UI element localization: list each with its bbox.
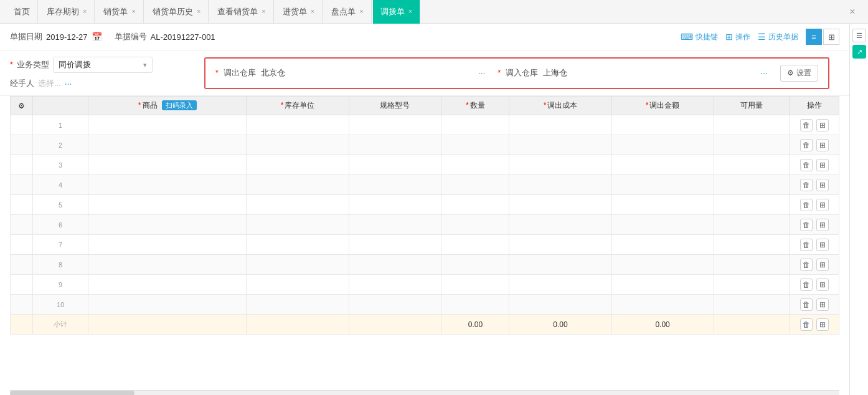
cost-cell[interactable] [509, 155, 611, 175]
cost-cell[interactable] [509, 235, 611, 255]
col-settings[interactable]: ⚙ [11, 97, 33, 115]
available-cell[interactable] [714, 215, 789, 235]
spec-cell[interactable] [349, 295, 441, 315]
tab-inventory-close[interactable]: × [359, 8, 363, 15]
qty-cell[interactable] [441, 155, 509, 175]
tab-view-sales-close[interactable]: × [262, 8, 265, 15]
qty-cell[interactable] [441, 115, 509, 135]
amount-cell[interactable] [611, 275, 714, 295]
cost-cell[interactable] [509, 175, 611, 195]
spec-cell[interactable] [349, 315, 441, 335]
tab-sales-order-close[interactable]: × [131, 8, 135, 15]
product-cell[interactable] [88, 215, 247, 235]
amount-cell[interactable] [611, 135, 714, 155]
copy-icon[interactable]: ⊞ [816, 298, 829, 311]
list-view-btn[interactable]: ≡ [806, 29, 822, 45]
amount-cell[interactable] [611, 235, 714, 255]
window-close-button[interactable]: × [843, 2, 862, 21]
copy-icon[interactable]: ⊞ [816, 239, 829, 251]
horizontal-scrollbar[interactable] [10, 390, 839, 395]
delete-icon[interactable]: 🗑 [800, 278, 813, 291]
scan-button[interactable]: 扫码录入 [162, 100, 197, 110]
qty-cell[interactable] [441, 195, 509, 215]
spec-cell[interactable] [349, 115, 441, 135]
cost-cell[interactable] [509, 195, 611, 215]
product-cell[interactable] [88, 135, 247, 155]
unit-cell[interactable] [247, 155, 349, 175]
product-cell[interactable] [88, 275, 247, 295]
tab-sales-history[interactable]: 销货单历史 × [145, 0, 209, 24]
settings-button[interactable]: ⚙ 设置 [780, 65, 818, 82]
copy-icon[interactable]: ⊞ [816, 159, 829, 171]
grid-view-btn[interactable]: ⊞ [823, 29, 839, 45]
available-cell[interactable] [714, 175, 789, 195]
product-cell[interactable] [88, 235, 247, 255]
side-expand-icon[interactable]: ↗ [852, 45, 866, 59]
spec-cell[interactable] [349, 195, 441, 215]
product-cell[interactable] [88, 115, 247, 135]
cost-cell[interactable]: 0.00 [509, 315, 611, 335]
person-more-icon[interactable]: ··· [65, 79, 72, 88]
available-cell[interactable] [714, 195, 789, 215]
business-type-input[interactable]: 同价调拨 ▾ [53, 57, 153, 73]
tab-inventory-init-close[interactable]: × [83, 8, 87, 15]
scrollbar-thumb[interactable] [10, 391, 134, 395]
tab-sales-history-close[interactable]: × [197, 8, 200, 15]
qty-cell[interactable]: 0.00 [441, 315, 509, 335]
tab-sales-order[interactable]: 销货单 × [96, 0, 143, 24]
cost-cell[interactable] [509, 215, 611, 235]
delete-icon[interactable]: 🗑 [800, 159, 813, 171]
amount-cell[interactable] [611, 155, 714, 175]
warehouse-out-more-icon[interactable]: ··· [478, 68, 486, 78]
amount-cell[interactable] [611, 215, 714, 235]
unit-cell[interactable] [247, 115, 349, 135]
product-cell[interactable] [88, 175, 247, 195]
calendar-icon[interactable]: 📅 [92, 32, 102, 42]
operate-action[interactable]: ⊞ 操作 [725, 32, 750, 42]
qty-cell[interactable] [441, 175, 509, 195]
unit-cell[interactable] [247, 175, 349, 195]
copy-icon[interactable]: ⊞ [816, 179, 829, 191]
unit-cell[interactable] [247, 195, 349, 215]
copy-icon[interactable]: ⊞ [816, 119, 829, 131]
spec-cell[interactable] [349, 255, 441, 275]
spec-cell[interactable] [349, 155, 441, 175]
side-list-icon[interactable]: ☰ [852, 29, 866, 42]
cost-cell[interactable] [509, 295, 611, 315]
product-cell[interactable] [88, 155, 247, 175]
unit-cell[interactable] [247, 135, 349, 155]
amount-cell[interactable] [611, 255, 714, 275]
spec-cell[interactable] [349, 175, 441, 195]
amount-cell[interactable] [611, 175, 714, 195]
copy-icon[interactable]: ⊞ [816, 278, 829, 291]
available-cell[interactable] [714, 255, 789, 275]
shortcut-action[interactable]: ⌨ 快捷键 [681, 32, 718, 42]
available-cell[interactable] [714, 115, 789, 135]
cost-cell[interactable] [509, 275, 611, 295]
tab-home[interactable]: 首页 [6, 0, 38, 24]
delete-icon[interactable]: 🗑 [800, 119, 813, 131]
available-cell[interactable] [714, 155, 789, 175]
delete-icon[interactable]: 🗑 [800, 318, 813, 331]
copy-icon[interactable]: ⊞ [816, 259, 829, 271]
history-action[interactable]: ☰ 历史单据 [758, 32, 798, 42]
copy-icon[interactable]: ⊞ [816, 199, 829, 211]
product-cell[interactable] [88, 255, 247, 275]
unit-cell[interactable] [247, 215, 349, 235]
available-cell[interactable] [714, 235, 789, 255]
delete-icon[interactable]: 🗑 [800, 179, 813, 191]
unit-cell[interactable] [247, 275, 349, 295]
copy-icon[interactable]: ⊞ [816, 139, 829, 151]
copy-icon[interactable]: ⊞ [816, 219, 829, 231]
cost-cell[interactable] [509, 255, 611, 275]
tab-view-sales[interactable]: 查看销货单 × [210, 0, 273, 24]
amount-cell[interactable] [611, 195, 714, 215]
qty-cell[interactable] [441, 135, 509, 155]
qty-cell[interactable] [441, 295, 509, 315]
unit-cell[interactable] [247, 315, 349, 335]
qty-cell[interactable] [441, 255, 509, 275]
spec-cell[interactable] [349, 235, 441, 255]
product-cell[interactable] [88, 295, 247, 315]
delete-icon[interactable]: 🗑 [800, 239, 813, 251]
amount-cell[interactable] [611, 295, 714, 315]
